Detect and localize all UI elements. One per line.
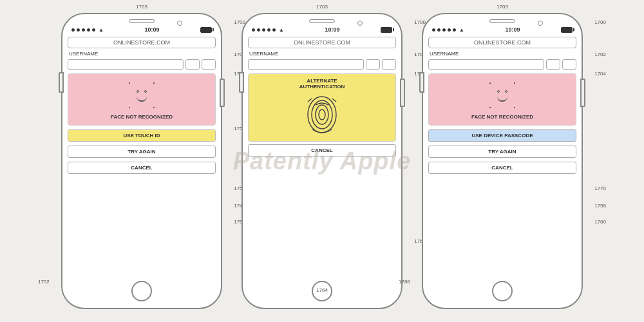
dot4 <box>87 28 90 32</box>
face-eye-left <box>497 90 500 93</box>
corner-br <box>514 107 515 108</box>
face-smile <box>137 97 147 102</box>
phone2-inner: ▲ 10:09 ONLINESTORE.COM USERNAME AL <box>243 14 401 308</box>
phone1-time: 10:09 <box>144 26 159 33</box>
phone1-inner: ▲ 10:09 ONLINESTORE.COM USERNAME <box>62 14 221 308</box>
phone1-use-touch-id-btn[interactable]: USE TOUCH ID <box>68 129 216 142</box>
fingerprint-svg <box>303 92 341 137</box>
svg-point-3 <box>319 109 325 120</box>
dot3 <box>82 28 85 32</box>
phone3-screen: ONLINESTORE.COM USERNAME <box>423 34 582 276</box>
phone3-face-box <box>489 82 515 108</box>
phone1-input-row <box>68 59 216 70</box>
phone2-cancel-btn[interactable]: CANCEL <box>248 144 396 156</box>
phone3-input-row <box>428 59 576 70</box>
svg-line-5 <box>332 99 336 102</box>
phone3-wrapper: 1703 1700 ▲ 10:09 <box>422 13 583 309</box>
phone2-url-bar[interactable]: ONLINESTORE.COM <box>248 37 396 48</box>
phone3-home-btn[interactable] <box>492 281 513 301</box>
dot2 <box>437 28 440 32</box>
phone2-top <box>243 14 401 25</box>
phone1-home-btn[interactable] <box>131 281 152 301</box>
phone3-try-again-btn[interactable]: TRY AGAIN <box>428 146 576 158</box>
phone2-input-field[interactable] <box>248 59 364 70</box>
phone3-username-label: USERNAME <box>428 51 576 57</box>
dot4 <box>448 28 451 32</box>
phone3-input-field[interactable] <box>428 59 544 70</box>
phone2-input-row <box>248 59 396 70</box>
phone3-input-small2[interactable] <box>562 59 576 70</box>
phone3: ▲ 10:09 ONLINESTORE.COM USERNAME <box>422 13 583 309</box>
corner-tr <box>514 82 515 84</box>
phone1-faceid-panel: FACE NOT RECOGNIZED <box>68 73 216 126</box>
phone1-top <box>62 14 221 25</box>
svg-line-4 <box>308 99 312 102</box>
corner-bl <box>129 107 130 108</box>
ref-1752-p1: 1752 <box>38 279 50 285</box>
phone2-time: 10:09 <box>325 26 339 33</box>
phone3-status-bar: ▲ 10:09 <box>423 25 582 34</box>
phone1-cancel-btn[interactable]: CANCEL <box>68 162 216 174</box>
phone2-screen: ONLINESTORE.COM USERNAME ALTERNATE AUTHE… <box>243 34 401 276</box>
phone3-speaker <box>489 19 515 23</box>
dot5 <box>272 28 276 32</box>
phone3-camera <box>538 21 543 26</box>
corner-bl <box>489 107 491 108</box>
dot2 <box>77 28 80 32</box>
face-eye-right <box>505 90 507 93</box>
phone3-url-bar[interactable]: ONLINESTORE.COM <box>428 37 576 48</box>
corner-tl <box>489 82 491 84</box>
phone1-try-again-btn[interactable]: TRY AGAIN <box>68 146 216 158</box>
phone2-alt-auth-panel: ALTERNATE AUTHENTICATION <box>248 73 396 142</box>
ref-1760-p3: 1760 <box>594 219 606 225</box>
phone2-input-small2[interactable] <box>382 59 396 70</box>
phone3-use-device-passcode-btn[interactable]: USE DEVICE PASSCODE <box>428 129 576 142</box>
ref-1758-p3: 1758 <box>594 203 606 209</box>
phone3-face-not-recognized: FACE NOT RECOGNIZED <box>471 114 533 120</box>
phone3-inner: ▲ 10:09 ONLINESTORE.COM USERNAME <box>423 14 582 308</box>
face-smile <box>497 97 507 102</box>
corner-br <box>153 107 155 108</box>
phone2-wrapper: 1703 1700 ▲ 10:09 <box>242 13 402 309</box>
dot1 <box>71 28 75 32</box>
phone2-username-label: USERNAME <box>248 51 396 57</box>
face-eyes <box>489 90 515 93</box>
phone3-time: 10:09 <box>505 26 520 33</box>
corner-tr <box>153 82 155 84</box>
phone1-bottom <box>62 276 221 308</box>
phone2-input-small1[interactable] <box>366 59 380 70</box>
phone2-battery <box>381 27 392 33</box>
phone1-input-field[interactable] <box>68 59 184 70</box>
phone1-username-label: USERNAME <box>68 51 216 57</box>
corner-tl <box>129 82 130 84</box>
phone3-cancel-btn[interactable]: CANCEL <box>428 162 576 174</box>
dot3 <box>262 28 265 32</box>
svg-point-2 <box>316 105 328 124</box>
phone1-wrapper: 1703 1700 ▲ 10:09 <box>61 13 222 309</box>
ref-1703-p3: 1703 <box>497 4 508 10</box>
phone1-input-small1[interactable] <box>185 59 200 70</box>
phone1-face-icon <box>126 79 158 111</box>
ref-1702-p3: 1702 <box>594 52 606 57</box>
phone2-status-bar: ▲ 10:09 <box>243 25 401 34</box>
phone1-input-small2[interactable] <box>202 59 216 70</box>
phone1-url-bar[interactable]: ONLINESTORE.COM <box>68 37 216 48</box>
phone2: ▲ 10:09 ONLINESTORE.COM USERNAME AL <box>242 13 402 309</box>
wifi-icon: ▲ <box>279 27 284 33</box>
ref-1764-p2: 1764 <box>316 287 328 293</box>
dot1 <box>432 28 435 32</box>
phone2-speaker <box>309 19 335 23</box>
phone3-battery <box>561 27 573 33</box>
phone1-speaker <box>129 19 155 23</box>
ref-1704-p3: 1704 <box>594 71 606 77</box>
phones-container: 1703 1700 ▲ 10:09 <box>0 0 644 322</box>
phone3-input-small1[interactable] <box>546 59 560 70</box>
ref-1770-p3: 1770 <box>594 185 606 191</box>
dot1 <box>252 28 255 32</box>
phone1-camera <box>177 21 182 26</box>
face-eyes <box>129 90 155 93</box>
wifi-icon: ▲ <box>459 27 464 33</box>
phone1-face-box <box>129 82 155 108</box>
face-eye-right <box>144 90 147 93</box>
ref-1703-p1: 1703 <box>136 4 147 10</box>
